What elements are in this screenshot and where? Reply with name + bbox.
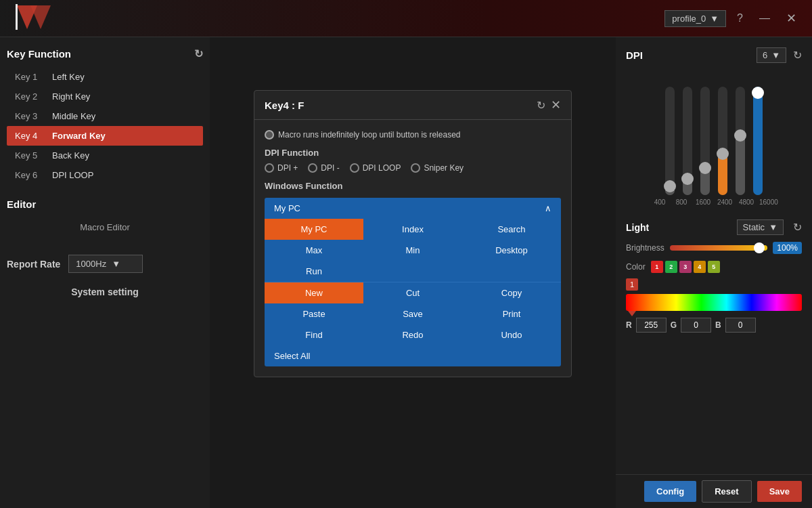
brightness-slider[interactable]: [670, 245, 768, 251]
dpi-slider-thumb-3: [699, 162, 711, 174]
reset-button[interactable]: Reset: [702, 480, 751, 503]
svg-rect-2: [16, 4, 18, 30]
sniper-key-option[interactable]: Sniper Key: [411, 163, 464, 173]
light-section-header: Light Static ▼ ↻: [626, 219, 802, 235]
dropdown-item-desktop[interactable]: Desktop: [462, 240, 561, 261]
dropdown-item-find[interactable]: Find: [265, 324, 363, 345]
modal-overlay: Key4 : F ↻ ✕ Macro runs indefinitely loo…: [210, 37, 616, 430]
light-refresh-icon[interactable]: ↻: [793, 221, 802, 234]
dropdown-item-save[interactable]: Save: [363, 303, 462, 324]
dpi-slider-6[interactable]: [753, 87, 763, 195]
key-row-2[interactable]: Key 2 Right Key: [7, 87, 203, 106]
dpi-options: DPI + DPI - DPI LOOP Sniper Key: [265, 163, 561, 173]
light-mode-select[interactable]: Static ▼: [737, 219, 784, 235]
sniper-key-label: Sniper Key: [424, 163, 464, 173]
dpi-slider-track-4[interactable]: [718, 87, 727, 195]
dropdown-item-select-all[interactable]: Select All: [265, 345, 561, 366]
key-name-3: Key 3: [15, 111, 52, 121]
dropdown-item-min[interactable]: Min: [363, 240, 462, 261]
dpi-minus-radio[interactable]: [308, 163, 317, 173]
brightness-label: Brightness: [626, 243, 664, 253]
key-name-6: Key 6: [15, 170, 52, 180]
report-rate-value: 1000Hz: [76, 259, 106, 269]
dpi-loop-radio[interactable]: [350, 163, 359, 173]
dpi-slider-3[interactable]: [700, 87, 710, 195]
key-row-4[interactable]: Key 4 Forward Key: [7, 126, 203, 146]
macro-loop-radio[interactable]: [265, 130, 274, 140]
dpi-slider-fill-4: [718, 154, 727, 195]
dpi-slider-2[interactable]: [683, 87, 692, 195]
light-mode-chevron-icon: ▼: [769, 222, 777, 232]
sniper-key-radio[interactable]: [411, 163, 420, 173]
color-swatch-4[interactable]: 4: [694, 261, 706, 273]
dropdown-item-index[interactable]: Index: [363, 219, 462, 240]
dpi-slider-track-2[interactable]: [683, 87, 692, 195]
macro-loop-option[interactable]: Macro runs indefinitely loop until butto…: [265, 130, 561, 140]
dpi-slider-4[interactable]: [718, 87, 727, 195]
bottom-bar: Config Reset Save: [616, 474, 812, 508]
dropdown-item-run-spacer2: [462, 261, 561, 282]
report-rate-select[interactable]: 1000Hz ▼: [68, 255, 143, 273]
editor-title: Editor: [7, 198, 203, 210]
key-func-3: Middle Key: [52, 111, 95, 121]
save-button[interactable]: Save: [757, 481, 802, 502]
dropdown-item-cut[interactable]: Cut: [363, 282, 462, 303]
dropdown-item-copy[interactable]: Copy: [462, 282, 561, 303]
dpi-slider-track-3[interactable]: [700, 87, 710, 195]
system-setting-button[interactable]: System setting: [7, 287, 203, 297]
dpi-slider-track-1[interactable]: [665, 87, 675, 195]
dropdown-item-max[interactable]: Max: [265, 240, 363, 261]
light-label: Light: [626, 222, 649, 233]
dropdown-header[interactable]: My PC ∧: [265, 198, 561, 219]
dpi-slider-track-5[interactable]: [736, 87, 745, 195]
color-swatch-1[interactable]: 1: [651, 261, 663, 273]
modal-close-button[interactable]: ✕: [551, 98, 561, 112]
profile-dropdown[interactable]: profile_0 ▼: [664, 10, 726, 27]
dropdown-item-undo[interactable]: Undo: [462, 324, 561, 345]
logo: [10, 2, 58, 35]
dropdown-item-paste[interactable]: Paste: [265, 303, 363, 324]
dpi-plus-radio[interactable]: [265, 163, 274, 173]
config-button[interactable]: Config: [644, 481, 696, 502]
dpi-count-select[interactable]: 6 ▼: [757, 47, 786, 63]
g-input[interactable]: [681, 318, 711, 333]
modal-body: Macro runs indefinitely loop until butto…: [254, 120, 571, 377]
b-input[interactable]: [725, 318, 756, 333]
dropdown-item-print[interactable]: Print: [462, 303, 561, 324]
dpi-plus-label: DPI +: [277, 163, 298, 173]
dropdown-item-search[interactable]: Search: [462, 219, 561, 240]
dropdown-item-new[interactable]: New: [265, 282, 363, 303]
dropdown-item-redo[interactable]: Redo: [363, 324, 462, 345]
close-button[interactable]: ✕: [781, 8, 802, 28]
key-row-5[interactable]: Key 5 Back Key: [7, 146, 203, 165]
key-row-3[interactable]: Key 3 Middle Key: [7, 106, 203, 126]
dropdown-item-run[interactable]: Run: [265, 261, 363, 282]
minimize-button[interactable]: —: [754, 9, 775, 27]
brightness-value: 100%: [773, 242, 802, 254]
rgb-row: R G B: [626, 318, 802, 333]
color-swatch-3[interactable]: 3: [679, 261, 692, 273]
help-button[interactable]: ?: [731, 9, 748, 27]
macro-editor-button[interactable]: Macro Editor: [7, 217, 203, 238]
color-gradient-bar[interactable]: [626, 294, 802, 311]
dpi-slider-5[interactable]: [736, 87, 745, 195]
r-input[interactable]: [636, 318, 667, 333]
dpi-slider-1[interactable]: [665, 87, 675, 195]
dpi-plus-option[interactable]: DPI +: [265, 163, 298, 173]
report-rate-section: Report Rate 1000Hz ▼: [7, 255, 203, 273]
dpi-loop-option[interactable]: DPI LOOP: [350, 163, 401, 173]
key-row-1[interactable]: Key 1 Left Key: [7, 67, 203, 87]
dropdown-item-my-pc[interactable]: My PC: [265, 219, 363, 240]
windows-function-dropdown: My PC ∧ My PC Index Search Max Min Deskt…: [265, 198, 561, 366]
key-func-1: Left Key: [52, 72, 85, 82]
color-swatch-2[interactable]: 2: [665, 261, 677, 273]
dpi-refresh-icon[interactable]: ↻: [793, 49, 802, 62]
color-swatch-5[interactable]: 5: [708, 261, 720, 273]
key-function-title: Key Function: [7, 48, 71, 60]
report-rate-label: Report Rate: [7, 259, 60, 270]
key-row-6[interactable]: Key 6 DPI LOOP: [7, 165, 203, 185]
refresh-icon[interactable]: ↻: [194, 47, 203, 60]
dpi-slider-track-6[interactable]: [753, 87, 763, 195]
dpi-minus-option[interactable]: DPI -: [308, 163, 339, 173]
modal-refresh-button[interactable]: ↻: [537, 99, 545, 112]
